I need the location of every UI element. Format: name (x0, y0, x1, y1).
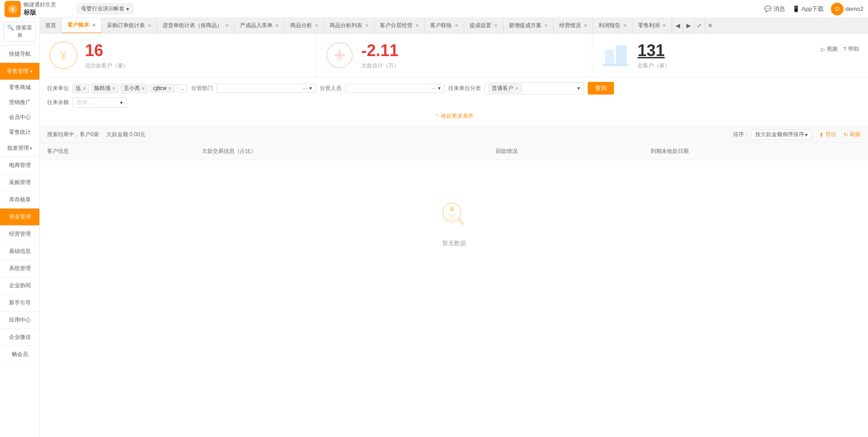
app-download-button[interactable]: 📱 App下载 (792, 5, 824, 13)
tab-product-instock[interactable]: 产成品入库单 ✕ (235, 18, 285, 33)
close-icon[interactable]: ✕ (623, 23, 627, 28)
export-icon: ⬆ (819, 132, 824, 138)
close-icon[interactable]: ✕ (544, 23, 548, 28)
tab-scroll-right[interactable]: ▶ (683, 18, 694, 33)
person-select[interactable]: ··· ▾ (345, 84, 445, 93)
help-button[interactable]: ? 帮助 (843, 45, 859, 53)
top-right: 💬 消息 📱 App下载 D demo2 (764, 3, 863, 15)
close-icon[interactable]: ✕ (92, 23, 96, 28)
refresh-button[interactable]: ↻ 刷新 (844, 131, 861, 138)
data-table: 客户信息 欠款交易信息（占比） 回款情况 到期未收款日期 (40, 143, 868, 160)
search-menu-button[interactable]: 🔍 搜索菜单 (4, 22, 36, 42)
tab-business-status[interactable]: 经营情况 ✕ (554, 18, 593, 33)
video-help-button[interactable]: ▷ 视频 (821, 45, 838, 53)
close-icon[interactable]: ✕ (315, 23, 318, 28)
tag-remove-wang[interactable]: ✕ (141, 86, 145, 91)
chevron-down-icon: ▾ (438, 85, 441, 91)
top-bar: ¥ 畅捷通好生意 标版 母婴行业演示帐套 ▾ 💬 消息 📱 App下载 D (0, 0, 868, 18)
question-icon: ? (843, 46, 846, 52)
unit-class-tag-normal: 普通客户 ✕ (489, 84, 522, 93)
sidebar-item-operations[interactable]: 经营管理 (0, 226, 39, 243)
filter-tag-chen: 陈民强 ✕ (91, 84, 119, 93)
tab-customer-contact[interactable]: 客户联络 ✕ (425, 18, 464, 33)
sidebar: 🔍 搜索菜单 快捷导航 零售管理 ▾ 零售商城 营销推广 会员中心 零售统计 批… (0, 18, 40, 437)
empty-icon (436, 196, 472, 234)
tab-customer-tier[interactable]: 客户分层经营 ✕ (374, 18, 425, 33)
close-icon[interactable]: ✕ (584, 23, 587, 28)
sidebar-item-appstore[interactable]: 应用中心 (0, 312, 39, 329)
debtors-count: 16 (85, 41, 129, 60)
avatar: D (831, 3, 844, 15)
chevron-down-icon: ▾ (805, 132, 808, 138)
sort-button[interactable]: 按欠款金额倒序排序 ▾ (751, 129, 812, 140)
unit-label: 往来单位 (47, 85, 69, 92)
tag-remove-normal[interactable]: ✕ (515, 86, 518, 91)
sidebar-item-inventory[interactable]: 库存核算 (0, 191, 39, 209)
close-icon[interactable]: ✕ (225, 23, 229, 28)
svg-text:¥: ¥ (60, 48, 67, 62)
tab-inbound-stats[interactable]: 进货单统计表（按商品） ✕ (157, 18, 235, 33)
sidebar-item-wechat[interactable]: 企业微信 (0, 329, 39, 346)
search-result-text: 搜索结果中，客户0家 (47, 131, 99, 138)
tab-home[interactable]: 首页 (40, 18, 62, 33)
sidebar-item-cooperation[interactable]: 企业协同 (0, 277, 39, 294)
filter-more-button[interactable]: ... (177, 84, 187, 92)
sidebar-item-vip[interactable]: 畅会员 (0, 346, 39, 363)
sidebar-item-retail-mall[interactable]: 零售商城 (0, 80, 39, 95)
tab-product-analysis[interactable]: 商品分析 ✕ (285, 18, 324, 33)
tab-close-all[interactable]: ✕ (705, 18, 715, 33)
close-icon[interactable]: ✕ (275, 23, 279, 28)
message-icon: 💬 (764, 5, 772, 12)
customers-label: 总客户（家） (638, 62, 670, 70)
close-icon[interactable]: ✕ (662, 23, 666, 28)
message-button[interactable]: 💬 消息 (764, 5, 785, 13)
tab-new-commission[interactable]: 新增提成方案 ✕ (504, 18, 554, 33)
tag-remove-cjttcw[interactable]: ✕ (168, 86, 172, 91)
sidebar-item-finance[interactable]: 资金管理 (0, 209, 39, 226)
sidebar-item-ecommerce[interactable]: 电商管理 (0, 157, 39, 174)
tab-retail-profit[interactable]: 零售利润 ✕ (633, 18, 672, 33)
close-icon[interactable]: ✕ (455, 23, 458, 28)
tab-purchase-stats[interactable]: 采购订单统计表 ✕ (101, 18, 157, 33)
tab-maximize[interactable]: ⤢ (694, 18, 705, 33)
tag-remove-wu[interactable]: ✕ (82, 86, 86, 91)
tag-remove-chen[interactable]: ✕ (112, 86, 115, 91)
balance-select[interactable]: 选择... ▾ (72, 97, 127, 108)
sidebar-item-system[interactable]: 系统管理 (0, 260, 39, 277)
unit-class-select[interactable]: 普通客户 ✕ ▾ (484, 82, 584, 95)
sidebar-item-purchase[interactable]: 采购管理 (0, 174, 39, 191)
export-button[interactable]: ⬆ 导出 (819, 131, 836, 138)
sidebar-item-member[interactable]: 会员中心 (0, 110, 39, 125)
sidebar-item-retail-stats[interactable]: 零售统计 (0, 125, 39, 140)
sidebar-item-basic-info[interactable]: 基础信息 (0, 243, 39, 260)
close-icon[interactable]: ✕ (415, 23, 419, 28)
sidebar-item-quicknav[interactable]: 快捷导航 (0, 46, 39, 63)
col-debt-info: 欠款交易信息（占比） (195, 143, 489, 160)
collapse-button[interactable]: ⌃ 收起更多条件 (435, 110, 474, 122)
query-button[interactable]: 查询 (588, 82, 614, 95)
tab-product-list[interactable]: 商品分析列表 ✕ (324, 18, 374, 33)
tab-profit-report[interactable]: 利润报告 ✕ (593, 18, 633, 33)
version-selector[interactable]: 母婴行业演示帐套 ▾ (77, 4, 133, 14)
sort-label: 按欠款金额倒序排序 (755, 131, 804, 138)
sidebar-item-retail[interactable]: 零售管理 ▾ (0, 63, 39, 80)
close-icon[interactable]: ✕ (365, 23, 369, 28)
dept-select[interactable]: ··· ▾ (216, 84, 316, 93)
col-customer-info: 客户信息 (40, 143, 195, 160)
tab-customer-ledger[interactable]: 客户账本 ✕ (62, 18, 101, 33)
svg-rect-6 (605, 50, 614, 64)
main-content: ¥ 16 总欠款客户（家） (40, 33, 868, 437)
sidebar-item-marketing[interactable]: 营销推广 (0, 95, 39, 110)
sidebar-item-guide[interactable]: 新手引导 (0, 294, 39, 312)
user-button[interactable]: D demo2 (831, 3, 863, 15)
tab-scroll-left[interactable]: ◀ (672, 18, 683, 33)
tab-commission-setting[interactable]: 提成设置 ✕ (464, 18, 504, 33)
close-icon[interactable]: ✕ (148, 23, 151, 28)
chevron-down-icon: ▾ (120, 100, 123, 106)
dept-label: 分管部门 (191, 85, 213, 92)
close-icon[interactable]: ✕ (494, 23, 498, 28)
sidebar-item-wholesale[interactable]: 批发管理 ▾ (0, 140, 39, 157)
debt-icon (325, 41, 354, 70)
tab-bar: 首页 客户账本 ✕ 采购订单统计表 ✕ 进货单统计表（按商品） ✕ 产成品入库单… (40, 18, 868, 33)
svg-rect-7 (616, 45, 627, 64)
